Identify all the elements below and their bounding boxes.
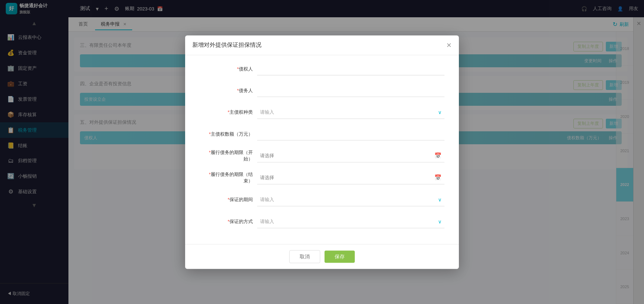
form-row-debtor: *债务人 <box>200 84 444 97</box>
form-row-guarantee-period: *保证的期间 请输入 ∨ <box>200 193 444 206</box>
form-row-claim-type: *主债权种类 请输入 ∨ <box>200 105 444 119</box>
guarantee-method-label: *保证的方式 <box>200 218 257 225</box>
modal-footer: 取消 保存 <box>185 244 459 269</box>
period-start-wrap: 📅 <box>257 149 444 162</box>
guarantee-method-select[interactable]: 请输入 <box>257 215 444 228</box>
period-start-label: *履行债务的期限（开始） <box>200 149 257 162</box>
claim-amount-input-wrap <box>257 127 444 140</box>
period-start-input[interactable] <box>257 149 434 162</box>
debtor-input-wrap <box>257 84 444 97</box>
form-row-period-start: *履行债务的期限（开始） 📅 <box>200 149 444 162</box>
save-button[interactable]: 保存 <box>325 250 355 263</box>
claim-amount-input[interactable] <box>257 127 444 140</box>
add-guarantee-modal: 新增对外提供保证担保情况 ✕ *债权人 *债务人 *主债权种类 <box>185 35 459 269</box>
form-row-guarantee-method: *保证的方式 请输入 ∨ <box>200 215 444 228</box>
guarantee-period-label: *保证的期间 <box>200 196 257 203</box>
modal-close-button[interactable]: ✕ <box>446 41 452 49</box>
creditor-label: *债权人 <box>200 65 257 72</box>
form-row-creditor: *债权人 <box>200 62 444 75</box>
creditor-input[interactable] <box>257 62 444 75</box>
period-end-wrap: 📅 <box>257 171 444 184</box>
period-end-input[interactable] <box>257 171 434 184</box>
claim-type-select-wrap: 请输入 ∨ <box>257 105 444 119</box>
modal-title: 新增对外提供保证担保情况 <box>192 41 261 49</box>
period-start-calendar-icon[interactable]: 📅 <box>434 152 444 159</box>
period-end-calendar-icon[interactable]: 📅 <box>434 174 444 181</box>
creditor-input-wrap <box>257 62 444 75</box>
modal-body: *债权人 *债务人 *主债权种类 请输入 <box>185 55 459 244</box>
debtor-input[interactable] <box>257 84 444 97</box>
claim-type-select[interactable]: 请输入 <box>257 105 444 118</box>
form-row-claim-amount: *主债权数额（万元） <box>200 127 444 140</box>
claim-amount-label: *主债权数额（万元） <box>200 131 257 137</box>
claim-type-label: *主债权种类 <box>200 109 257 115</box>
period-end-label: *履行债务的期限（结束） <box>200 171 257 184</box>
modal-header: 新增对外提供保证担保情况 ✕ <box>185 35 459 55</box>
debtor-label: *债务人 <box>200 87 257 94</box>
guarantee-period-select-wrap: 请输入 ∨ <box>257 193 444 206</box>
guarantee-period-select[interactable]: 请输入 <box>257 193 444 206</box>
form-row-period-end: *履行债务的期限（结束） 📅 <box>200 171 444 184</box>
cancel-button[interactable]: 取消 <box>289 250 320 263</box>
guarantee-method-select-wrap: 请输入 ∨ <box>257 215 444 228</box>
